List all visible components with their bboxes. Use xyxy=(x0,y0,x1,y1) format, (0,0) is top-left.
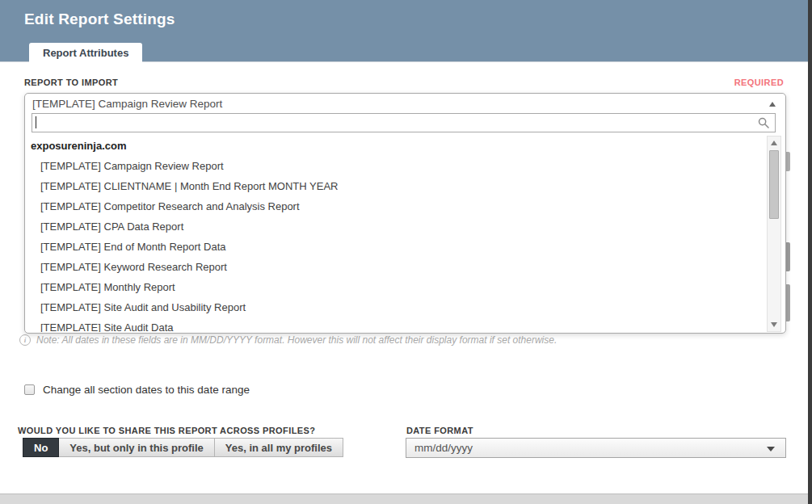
change-dates-row: Change all section dates to this date ra… xyxy=(24,384,250,396)
date-format-value: mm/dd/yyyy xyxy=(414,442,473,454)
scroll-up-icon[interactable] xyxy=(771,141,777,145)
scroll-down-icon[interactable] xyxy=(771,322,777,327)
option-group-header: exposureninja.com xyxy=(25,136,767,156)
list-item[interactable]: [TEMPLATE] Site Audit and Usability Repo… xyxy=(25,297,767,317)
selected-report-label: [TEMPLATE] Campaign Review Report xyxy=(32,98,222,110)
hidden-field-fragment xyxy=(786,152,790,171)
footer-strip xyxy=(0,494,812,504)
required-badge: REQUIRED xyxy=(734,78,784,87)
chevron-up-icon xyxy=(769,102,776,107)
date-format-note: i Note: All dates in these fields are in… xyxy=(19,334,557,346)
combobox-search-wrap xyxy=(32,113,776,132)
share-option-no[interactable]: No xyxy=(23,438,59,457)
list-item[interactable]: [TEMPLATE] Keyword Research Report xyxy=(25,257,767,277)
text-caret xyxy=(36,116,36,128)
tab-label: Report Attributes xyxy=(43,47,128,59)
list-item[interactable]: [TEMPLATE] CLIENTNAME | Month End Report… xyxy=(25,176,767,196)
dropdown-scrollbar[interactable] xyxy=(767,136,781,332)
share-option-this-profile[interactable]: Yes, but only in this profile xyxy=(58,438,214,457)
list-item[interactable]: [TEMPLATE] Site Audit Data xyxy=(25,317,767,332)
list-item[interactable]: [TEMPLATE] Monthly Report xyxy=(25,277,767,297)
chevron-down-icon xyxy=(767,447,775,452)
combobox-selected-value[interactable]: [TEMPLATE] Campaign Review Report xyxy=(25,94,785,113)
list-item[interactable]: [TEMPLATE] End of Month Report Data xyxy=(25,237,767,257)
report-search-input[interactable] xyxy=(32,113,776,132)
share-button-group: No Yes, but only in this profile Yes, in… xyxy=(23,438,343,457)
scrollbar-thumb[interactable] xyxy=(769,150,779,219)
list-item[interactable]: [TEMPLATE] CPA Data Report xyxy=(25,216,767,237)
search-icon xyxy=(758,117,769,128)
date-format-select[interactable]: mm/dd/yyyy xyxy=(406,438,786,458)
hidden-field-fragment xyxy=(786,284,790,321)
report-to-import-combobox: [TEMPLATE] Campaign Review Report exposu… xyxy=(24,93,786,334)
report-options-list: exposureninja.com [TEMPLATE] Campaign Re… xyxy=(25,136,767,332)
info-icon: i xyxy=(19,334,31,346)
date-format-label: DATE FORMAT xyxy=(406,426,473,435)
list-item[interactable]: [TEMPLATE] Competitor Research and Analy… xyxy=(25,196,767,216)
change-dates-checkbox[interactable] xyxy=(24,384,35,395)
change-dates-label: Change all section dates to this date ra… xyxy=(43,384,250,396)
share-question-label: WOULD YOU LIKE TO SHARE THIS REPORT ACRO… xyxy=(18,426,315,435)
hidden-field-fragment xyxy=(786,242,790,271)
page-title: Edit Report Settings xyxy=(24,10,175,28)
edit-report-settings-page: Edit Report Settings Report Attributes R… xyxy=(0,0,812,504)
window-edge xyxy=(808,0,812,504)
list-item[interactable]: [TEMPLATE] Campaign Review Report xyxy=(25,156,767,176)
page-header: Edit Report Settings Report Attributes xyxy=(0,0,808,62)
report-to-import-label: REPORT TO IMPORT xyxy=(24,78,118,87)
share-option-all-profiles[interactable]: Yes, in all my profiles xyxy=(214,438,343,457)
tab-report-attributes[interactable]: Report Attributes xyxy=(29,43,142,62)
note-text: Note: All dates in these fields are in M… xyxy=(36,334,557,346)
